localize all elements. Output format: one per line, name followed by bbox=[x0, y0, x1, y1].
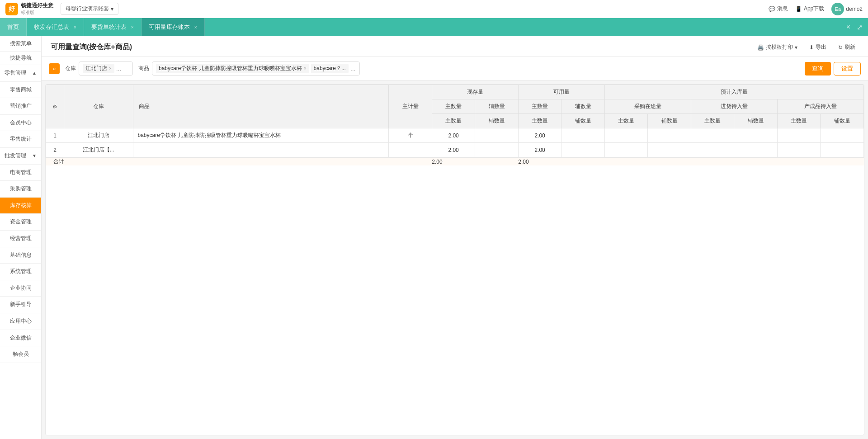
sidebar-item-purchase[interactable]: 采购管理 bbox=[0, 181, 41, 198]
sidebar-item-members[interactable]: 会员中心 bbox=[0, 115, 41, 132]
sidebar-item-zero-sales-mgmt[interactable]: 零售管理 ▲ bbox=[0, 65, 41, 82]
warehouse-tag-close[interactable]: × bbox=[109, 66, 112, 71]
product-tag1-value: babycare学饮杯 儿童防摔防撞吸管杯重力球吸嘴杯宝宝水杯 bbox=[159, 65, 302, 72]
th-warehouse: 仓库 bbox=[64, 85, 133, 128]
logo-sub-text: 标准版 bbox=[21, 9, 53, 15]
warehouse-tag: 江北门店 × bbox=[83, 64, 114, 73]
sidebar-item-app-center[interactable]: 应用中心 bbox=[0, 313, 41, 330]
th-gear[interactable]: ⚙ bbox=[46, 85, 64, 128]
topbar: 好 畅捷通好生意 标准版 母婴行业演示账套 ▾ 💬 消息 📱 App下载 Ea … bbox=[0, 0, 868, 18]
tab-order-stats-close[interactable]: × bbox=[131, 25, 134, 30]
row2-pt-main bbox=[604, 143, 648, 158]
sidebar-item-basic-info[interactable]: 基础信息 bbox=[0, 247, 41, 264]
warehouse-tag-value: 江北门店 bbox=[85, 65, 107, 72]
th-avail-main2: 主数量 bbox=[518, 114, 561, 128]
sidebar-item-online-store[interactable]: 零售商城 bbox=[0, 82, 41, 99]
row2-inc-main bbox=[691, 143, 734, 158]
print-btn[interactable]: 🖨️ 按模板打印 ▾ bbox=[754, 42, 801, 53]
export-btn[interactable]: ⬇ 导出 bbox=[806, 42, 830, 53]
tab-available-stock-close[interactable]: × bbox=[194, 25, 197, 30]
tab-receive-pay-label: 收发存汇总表 bbox=[34, 23, 69, 31]
sidebar-item-zero-sales-label: 零售管理 bbox=[5, 70, 26, 77]
user-menu[interactable]: Ea demo2 bbox=[831, 3, 863, 15]
tab-receive-pay-close[interactable]: × bbox=[74, 25, 76, 30]
sidebar-quick-nav[interactable]: 快捷导航 bbox=[0, 52, 41, 65]
sidebar-item-online-store-label: 零售商城 bbox=[10, 86, 32, 94]
sidebar-item-finance[interactable]: 资金管理 bbox=[0, 214, 41, 231]
footer-avail-main: 2.00 bbox=[518, 157, 561, 165]
th-available-group: 可用量 bbox=[518, 85, 604, 99]
th-available-aux: 辅数量 bbox=[561, 99, 605, 114]
row1-warehouse: 江北门店 bbox=[64, 128, 133, 143]
filter-area: » 仓库 江北门店 × ... 商品 babycare学饮杯 儿童防摔防撞吸管杯… bbox=[42, 57, 868, 80]
sidebar-item-operations[interactable]: 经营管理 bbox=[0, 231, 41, 247]
query-button[interactable]: 查询 bbox=[805, 62, 831, 76]
sidebar-item-enterprise-wx[interactable]: 企业微信 bbox=[0, 330, 41, 347]
main-layout: 搜索菜单 快捷导航 零售管理 ▲ 零售商城 营销推广 会员中心 零售统计 批发管… bbox=[0, 36, 868, 439]
sidebar-item-wholesale-mgmt[interactable]: 批发管理 ▼ bbox=[0, 148, 41, 165]
sidebar-item-member[interactable]: 畅会员 bbox=[0, 346, 41, 363]
sidebar-item-member-label: 畅会员 bbox=[13, 351, 29, 358]
industry-selector[interactable]: 母婴行业演示账套 ▾ bbox=[61, 3, 118, 15]
footer-inc-main bbox=[691, 157, 734, 165]
table-container: ⚙ 仓库 商品 主计量 现存量 可用量 预计入库量 主数量 辅数量 主数量 辅数… bbox=[45, 84, 864, 435]
tab-home-label: 首页 bbox=[7, 23, 19, 31]
footer-pt-main bbox=[604, 157, 648, 165]
row2-num: 2 bbox=[46, 143, 64, 158]
close-all-tabs-btn[interactable]: × bbox=[844, 21, 852, 33]
expand-btn[interactable]: ⤢ bbox=[855, 21, 864, 33]
tab-home[interactable]: 首页 bbox=[0, 18, 27, 36]
sidebar-item-retail-stats[interactable]: 零售统计 bbox=[0, 131, 41, 148]
data-table: ⚙ 仓库 商品 主计量 现存量 可用量 预计入库量 主数量 辅数量 主数量 辅数… bbox=[46, 85, 864, 165]
table-row: 1 江北门店 babycare学饮杯 儿童防摔防撞吸管杯重力球吸嘴杯宝宝水杯 个… bbox=[46, 128, 864, 143]
tab-order-stats[interactable]: 要货单统计表 × bbox=[84, 18, 142, 36]
message-icon: 💬 bbox=[769, 6, 775, 12]
th-stock-aux: 辅数量 bbox=[475, 99, 519, 114]
sidebar-item-inventory-label: 库存核算 bbox=[10, 202, 32, 209]
messages-label: 消息 bbox=[777, 5, 788, 13]
th-prod-main: 主数量 bbox=[777, 114, 821, 128]
logo-icon: 好 bbox=[5, 3, 18, 15]
footer-prod-aux bbox=[821, 157, 864, 165]
row1-stock-main: 2.00 bbox=[432, 128, 475, 143]
warehouse-ellipsis[interactable]: ... bbox=[116, 65, 122, 72]
export-icon: ⬇ bbox=[809, 44, 814, 51]
page-header: 可用量查询(按仓库+商品) 🖨️ 按模板打印 ▾ ⬇ 导出 ↻ 刷新 bbox=[42, 36, 868, 57]
settings-button[interactable]: 设置 bbox=[834, 62, 861, 76]
row1-prod-aux bbox=[821, 128, 864, 143]
product-input[interactable]: babycare学饮杯 儿童防摔防撞吸管杯重力球吸嘴杯宝宝水杯 × babyca… bbox=[152, 61, 360, 76]
sidebar-item-newbie[interactable]: 新手引导 bbox=[0, 297, 41, 313]
sidebar-item-members-label: 会员中心 bbox=[10, 119, 32, 127]
sidebar-item-system[interactable]: 系统管理 bbox=[0, 264, 41, 280]
product-ellipsis[interactable]: ... bbox=[350, 65, 356, 72]
app-download-btn[interactable]: 📱 App下载 bbox=[795, 5, 824, 13]
sidebar-item-inventory[interactable]: 库存核算 bbox=[0, 198, 41, 214]
filter-buttons: 查询 设置 bbox=[805, 62, 861, 76]
industry-label: 母婴行业演示账套 bbox=[66, 5, 109, 13]
footer-avail-aux bbox=[561, 157, 605, 165]
sidebar-item-marketing-label: 营销推广 bbox=[10, 103, 32, 110]
warehouse-filter-group: 仓库 江北门店 × ... bbox=[65, 61, 133, 76]
tab-available-stock[interactable]: 可用量库存账本 × bbox=[142, 18, 205, 36]
table-footer-row: 合计 2.00 2.00 bbox=[46, 157, 864, 165]
product-tag1-close[interactable]: × bbox=[304, 66, 307, 71]
messages-btn[interactable]: 💬 消息 bbox=[769, 5, 788, 13]
tab-available-stock-label: 可用量库存账本 bbox=[149, 23, 190, 31]
sidebar-item-purchase-label: 采购管理 bbox=[10, 185, 32, 193]
row1-unit: 个 bbox=[389, 128, 432, 143]
footer-prod-main bbox=[777, 157, 821, 165]
sidebar-item-ecommerce[interactable]: 电商管理 bbox=[0, 165, 41, 181]
warehouse-input[interactable]: 江北门店 × ... bbox=[79, 61, 133, 76]
refresh-icon: ↻ bbox=[838, 44, 843, 51]
sidebar-item-collab[interactable]: 企业协同 bbox=[0, 280, 41, 297]
sidebar-search[interactable]: 搜索菜单 bbox=[0, 36, 41, 52]
sidebar-item-ecommerce-label: 电商管理 bbox=[10, 169, 32, 176]
footer-inc-aux bbox=[734, 157, 778, 165]
filter-expand-btn[interactable]: » bbox=[49, 63, 60, 74]
refresh-btn[interactable]: ↻ 刷新 bbox=[835, 42, 859, 53]
product-tag2: babycare？... bbox=[311, 64, 349, 73]
sidebar-item-enterprise-wx-label: 企业微信 bbox=[10, 335, 32, 342]
sidebar-item-marketing[interactable]: 营销推广 bbox=[0, 98, 41, 115]
tab-receive-pay[interactable]: 收发存汇总表 × bbox=[27, 18, 84, 36]
logo-main-text: 畅捷通好生意 bbox=[21, 2, 53, 9]
